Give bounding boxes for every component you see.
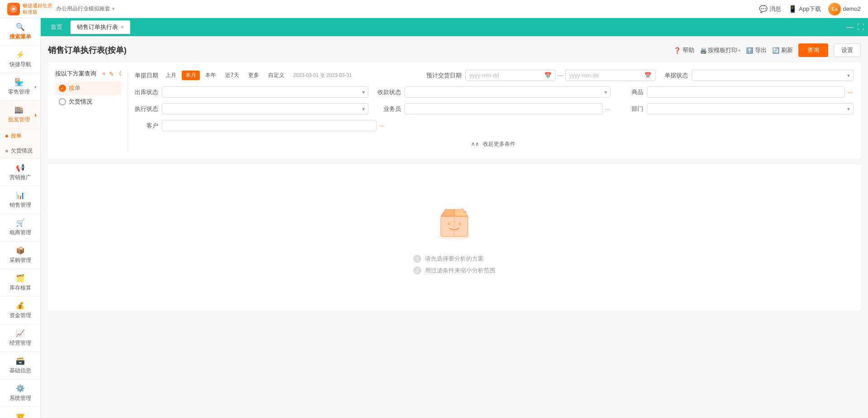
customer-more-icon[interactable]: ··· — [378, 120, 385, 131]
purchase-icon: 📦 — [16, 246, 25, 255]
expected-date-range: yyyy-mm-dd 📅 — yyyy-mm-dd 📅 — [465, 70, 656, 81]
filter-row-2: 出库状态 — [133, 86, 854, 98]
add-scheme-icon[interactable]: ＋ — [101, 70, 107, 78]
scheme-sidebar-header: 按以下方案查询 ＋ ✎ 《 — [55, 70, 122, 78]
phone-icon: 📱 — [788, 5, 797, 13]
app-download-button[interactable]: 📱 App下载 — [788, 5, 821, 13]
sidebar-search[interactable]: 🔍 搜索菜单 — [0, 18, 40, 46]
customer-label: 客户 — [133, 122, 158, 130]
print-button[interactable]: 🖨️ 按模板打印 ▾ — [700, 46, 741, 54]
tab-close-icon[interactable]: × — [121, 24, 124, 30]
breadcrumb-dropdown[interactable]: ▾ — [112, 6, 115, 12]
retail-expand-icon: ▾ — [34, 85, 37, 90]
filter-group-dept: 部门 — [618, 103, 854, 114]
tab-bar-right: — ⛶ — [846, 23, 864, 31]
svg-point-8 — [458, 223, 461, 225]
submenu-item-按单[interactable]: 按单 — [0, 128, 40, 143]
sidebar-item-collab[interactable]: 🤝 企业协同 — [0, 407, 40, 418]
date-tab-this-month[interactable]: 本月 — [182, 71, 200, 80]
sidebar-item-wholesale[interactable]: 🏬 批发管理 ▴ — [0, 101, 40, 128]
customer-input[interactable] — [162, 120, 377, 131]
sidebar-item-inventory[interactable]: 🗂️ 库存核算 — [0, 269, 40, 297]
export-button[interactable]: ⬆️ 导出 — [746, 46, 767, 54]
user-menu[interactable]: Ea demo2 — [828, 3, 861, 15]
submenu-item-欠货情况[interactable]: 欠货情况 — [0, 143, 40, 158]
message-button[interactable]: 💬 消息 — [759, 5, 781, 13]
query-button[interactable]: 查询 — [798, 43, 828, 57]
inactive-dot — [5, 150, 8, 152]
sidebar-item-management[interactable]: 📈 经营管理 — [0, 324, 40, 352]
marketing-icon: 📢 — [16, 163, 25, 172]
sidebar-item-finance[interactable]: 💰 资金管理 — [0, 297, 40, 324]
tab-expand-icon[interactable]: ⛶ — [857, 23, 864, 31]
sidebar-item-purchase[interactable]: 📦 采购管理 — [0, 242, 40, 269]
sidebar-item-basics[interactable]: 🗃️ 基础信息 — [0, 352, 40, 380]
date-tab-more[interactable]: 更多 — [245, 71, 263, 80]
salesrep-input[interactable] — [405, 103, 603, 114]
print-icon: 🖨️ — [700, 47, 707, 54]
scheme-actions: ＋ ✎ 《 — [101, 70, 122, 78]
scheme-item-欠货情况[interactable]: 欠货情况 — [55, 95, 122, 109]
date-tab-7days[interactable]: 近7天 — [222, 71, 243, 80]
settings-button[interactable]: 设置 — [834, 43, 861, 57]
filter-group-execstatus: 执行状态 — [133, 103, 368, 114]
date-control: 上月 本月 本年 近7天 更多 自定义 2023-03-01 至 2023-03… — [162, 71, 419, 80]
execstatus-select[interactable] — [162, 103, 368, 114]
date-tab-last-month[interactable]: 上月 — [162, 71, 180, 80]
filter-scheme-sidebar: 按以下方案查询 ＋ ✎ 《 ✓ 按单 — [55, 70, 127, 152]
status-label: 单据状态 — [663, 71, 688, 80]
scheme-item-按单[interactable]: ✓ 按单 — [55, 81, 122, 95]
date-separator: — — [557, 72, 563, 79]
filter-panel: 按以下方案查询 ＋ ✎ 《 ✓ 按单 — [48, 62, 861, 159]
sidebar-item-sales[interactable]: 📊 销售管理 — [0, 186, 40, 214]
filter-group-status: 单据状态 — [663, 70, 854, 81]
scheme-inactive-icon — [59, 98, 66, 105]
management-icon: 📈 — [16, 329, 25, 337]
collapse-bar[interactable]: ∧∧ 收起更多条件 — [133, 137, 854, 152]
hint-item-2: 2 用过滤条件来缩小分析范围 — [413, 266, 495, 275]
main-layout: 🔍 搜索菜单 ⚡ 快捷导航 🏪 零售管理 ▾ 🏬 批发管理 ▴ 按单 — [0, 18, 868, 418]
collapse-sidebar-icon[interactable]: 《 — [116, 70, 122, 78]
date-range-text: 2023-03-01 至 2023-03-31 — [293, 72, 352, 79]
filter-group-expected-date: 预计交货日期 yyyy-mm-dd 📅 — — [426, 70, 656, 81]
product-more-icon[interactable]: ··· — [847, 87, 854, 97]
sidebar-item-system[interactable]: ⚙️ 系统管理 — [0, 380, 40, 407]
help-icon: ❓ — [674, 47, 681, 54]
sidebar-item-ecommerce[interactable]: 🛒 电商管理 — [0, 214, 40, 242]
filter-row-1: 单据日期 上月 本月 本年 近7天 更多 自定义 — [133, 70, 854, 81]
hint-num-2: 2 — [413, 266, 421, 275]
sidebar-item-marketing[interactable]: 📢 营销推广 — [0, 159, 40, 186]
execstatus-label: 执行状态 — [133, 105, 158, 113]
date-label: 单据日期 — [133, 71, 158, 80]
filter-group-receipt: 收款状态 — [376, 86, 611, 98]
expected-date-to[interactable]: yyyy-mm-dd 📅 — [565, 70, 656, 81]
finance-icon: 💰 — [16, 301, 25, 310]
export-icon: ⬆️ — [746, 47, 753, 54]
empty-illustration — [432, 200, 477, 246]
sidebar-item-quicknav[interactable]: ⚡ 快捷导航 — [0, 46, 40, 73]
help-button[interactable]: ❓ 帮助 — [674, 46, 694, 54]
outbound-label: 出库状态 — [133, 88, 158, 96]
status-select[interactable] — [692, 70, 854, 81]
product-input[interactable] — [647, 86, 845, 98]
tab-home[interactable]: 首页 — [44, 20, 69, 34]
receipt-select[interactable] — [405, 86, 611, 98]
sidebar-item-retail[interactable]: 🏪 零售管理 ▾ — [0, 73, 40, 101]
tab-sales-order[interactable]: 销售订单执行表 × — [71, 20, 130, 34]
collapse-icon: ∧∧ — [471, 141, 479, 147]
date-tab-custom[interactable]: 自定义 — [264, 71, 288, 80]
expected-date-from[interactable]: yyyy-mm-dd 📅 — [465, 70, 556, 81]
page-content: 销售订单执行表(按单) ❓ 帮助 🖨️ 按模板打印 ▾ ⬆️ 导出 — [41, 36, 868, 418]
refresh-button[interactable]: 🔄 刷新 — [772, 46, 793, 54]
salesrep-more-icon[interactable]: ··· — [604, 104, 611, 114]
tab-minimize-icon[interactable]: — — [846, 23, 854, 31]
empty-state: 1 请先选择要分析的方案 2 用过滤条件来缩小分析范围 — [48, 164, 861, 311]
edit-scheme-icon[interactable]: ✎ — [109, 71, 114, 77]
receipt-label: 收款状态 — [376, 88, 401, 96]
expected-date-label: 预计交货日期 — [426, 71, 462, 80]
wholesale-expand-icon: ▴ — [34, 112, 37, 117]
product-label: 商品 — [618, 88, 643, 96]
outbound-select[interactable] — [162, 86, 368, 98]
dept-select[interactable] — [647, 103, 854, 114]
date-tab-this-year[interactable]: 本年 — [202, 71, 220, 80]
